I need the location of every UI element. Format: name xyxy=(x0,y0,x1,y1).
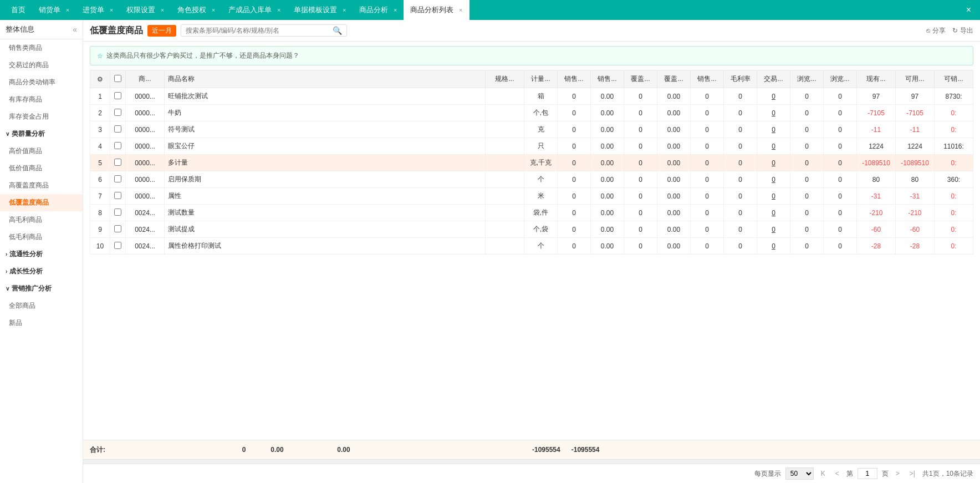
nav-goods-analysis-list[interactable]: 商品分析列表 × xyxy=(404,0,469,20)
sidebar-section-growth[interactable]: › 成长性分析 xyxy=(0,263,83,280)
row-checkbox[interactable] xyxy=(114,242,121,249)
nav-sales[interactable]: 销货单 × xyxy=(32,0,76,20)
cell-browse1[interactable]: 0 xyxy=(757,88,790,105)
search-icon[interactable]: 🔍 xyxy=(333,26,342,35)
cell-browse1[interactable]: 0 xyxy=(757,221,790,238)
sidebar-item-traded-goods[interactable]: 交易过的商品 xyxy=(0,57,83,74)
sidebar-collapse-btn[interactable]: « xyxy=(73,25,77,34)
nav-permission[interactable]: 权限设置 × xyxy=(120,0,171,20)
nav-goods-analysis[interactable]: 商品分析 × xyxy=(353,0,404,20)
cell-browse1[interactable]: 0 xyxy=(757,121,790,138)
sidebar-item-all-goods[interactable]: 全部商品 xyxy=(0,297,83,314)
cell-browse1[interactable]: 0 xyxy=(757,188,790,205)
last-page-btn[interactable]: >| xyxy=(907,469,918,479)
settings-icon[interactable]: ⚙ xyxy=(97,75,103,83)
sidebar-section-cluster[interactable]: ∨ 类群量分析 xyxy=(0,125,83,143)
row-checkbox[interactable] xyxy=(114,159,121,166)
cell-browse1[interactable]: 0 xyxy=(757,171,790,188)
export-btn[interactable]: ↻ 导出 xyxy=(952,26,973,35)
nav-home[interactable]: 首页 xyxy=(4,0,32,20)
cell-avail: -210 xyxy=(896,205,935,221)
row-checkbox[interactable] xyxy=(114,225,121,232)
nav-purchase[interactable]: 进货单 × xyxy=(76,0,120,20)
nav-close-purchase[interactable]: × xyxy=(110,7,113,13)
sidebar-item-low-profit[interactable]: 低毛利商品 xyxy=(0,228,83,246)
cell-check[interactable] xyxy=(110,238,126,255)
nav-close-goods-analysis-list[interactable]: × xyxy=(459,7,462,13)
nav-role[interactable]: 角色授权 × xyxy=(171,0,222,20)
cell-s6: 0 xyxy=(724,205,757,221)
cell-unit: 克,千克 xyxy=(524,155,558,171)
nav-close-role[interactable]: × xyxy=(212,7,215,13)
cell-avail: -60 xyxy=(896,221,935,238)
nav-close-goods-analysis[interactable]: × xyxy=(394,7,397,13)
row-checkbox[interactable] xyxy=(114,92,121,99)
nav-close-template[interactable]: × xyxy=(343,7,346,13)
cell-check[interactable] xyxy=(110,221,126,238)
nav-template[interactable]: 单据模板设置 × xyxy=(287,0,353,20)
nav-product-stock[interactable]: 产成品入库单 × xyxy=(222,0,287,20)
share-btn[interactable]: ⎋ 分享 xyxy=(926,26,946,35)
sidebar-item-low-value[interactable]: 低价值商品 xyxy=(0,160,83,177)
per-page-select[interactable]: 50 100 200 xyxy=(785,467,814,480)
scrollbar-area[interactable] xyxy=(83,459,980,464)
row-checkbox[interactable] xyxy=(114,142,121,149)
cell-check[interactable] xyxy=(110,121,126,138)
sidebar-item-high-profit[interactable]: 高毛利商品 xyxy=(0,211,83,228)
row-checkbox[interactable] xyxy=(114,109,121,116)
prev-page-btn[interactable]: < xyxy=(833,469,842,479)
table-body: 1 0000... 旺铺批次测试 箱 0 0.00 0 0.00 0 0 0 0… xyxy=(90,88,973,255)
sidebar-item-stock-capital[interactable]: 库存资金占用 xyxy=(0,108,83,125)
cell-unit: 个,袋 xyxy=(524,221,558,238)
cell-s2: 0.00 xyxy=(591,238,624,255)
sidebar-item-stock-goods[interactable]: 有库存商品 xyxy=(0,91,83,108)
cell-check[interactable] xyxy=(110,155,126,171)
cell-code: 0000... xyxy=(126,155,165,171)
sidebar-section-marketing[interactable]: ∨ 营销推广分析 xyxy=(0,280,83,297)
sidebar-item-low-coverage[interactable]: 低覆盖度商品 xyxy=(0,194,83,211)
cell-browse1[interactable]: 0 xyxy=(757,205,790,221)
first-page-btn[interactable]: K xyxy=(818,469,828,479)
cell-check[interactable] xyxy=(110,138,126,155)
cell-num: 6 xyxy=(90,171,110,188)
cell-avail: 97 xyxy=(896,88,935,105)
nav-close-product-stock[interactable]: × xyxy=(277,7,280,13)
cell-browse1[interactable]: 0 xyxy=(757,138,790,155)
cell-check[interactable] xyxy=(110,88,126,105)
page-label: 第 xyxy=(846,469,853,479)
row-checkbox[interactable] xyxy=(114,175,121,182)
cell-check[interactable] xyxy=(110,171,126,188)
th-num[interactable]: ⚙ xyxy=(90,70,110,88)
cell-check[interactable] xyxy=(110,105,126,121)
cell-browse1[interactable]: 0 xyxy=(757,155,790,171)
cell-check[interactable] xyxy=(110,205,126,221)
row-checkbox[interactable] xyxy=(114,125,121,133)
cell-s3: 0 xyxy=(624,238,657,255)
nav-close-sales[interactable]: × xyxy=(66,7,69,13)
cell-check[interactable] xyxy=(110,188,126,205)
row-checkbox[interactable] xyxy=(114,209,121,216)
sidebar-section-flow[interactable]: › 流通性分析 xyxy=(0,246,83,263)
cell-num: 5 xyxy=(90,155,110,171)
window-close-btn[interactable]: × xyxy=(962,5,976,15)
row-checkbox[interactable] xyxy=(114,192,121,199)
sidebar-item-sales-goods[interactable]: 销售类商品 xyxy=(0,39,83,57)
sidebar-item-high-value[interactable]: 高价值商品 xyxy=(0,143,83,160)
next-page-btn[interactable]: > xyxy=(893,469,902,479)
search-input[interactable] xyxy=(186,27,330,34)
cell-browse1[interactable]: 0 xyxy=(757,238,790,255)
sidebar-item-category-rate[interactable]: 商品分类动销率 xyxy=(0,74,83,91)
cell-s6: 0 xyxy=(724,238,757,255)
cell-s2: 0.00 xyxy=(591,188,624,205)
sidebar-item-high-coverage[interactable]: 高覆盖度商品 xyxy=(0,177,83,194)
cell-stock: -28 xyxy=(857,238,896,255)
cell-spec xyxy=(486,205,524,221)
sidebar-item-new-goods[interactable]: 新品 xyxy=(0,314,83,332)
cell-browse1[interactable]: 0 xyxy=(757,105,790,121)
nav-close-permission[interactable]: × xyxy=(161,7,164,13)
current-page-input[interactable]: 1 xyxy=(858,468,877,479)
cell-s1: 0 xyxy=(558,138,591,155)
select-all-checkbox[interactable] xyxy=(114,75,121,82)
time-filter-btn[interactable]: 近一月 xyxy=(147,25,176,37)
th-check[interactable] xyxy=(110,70,126,88)
